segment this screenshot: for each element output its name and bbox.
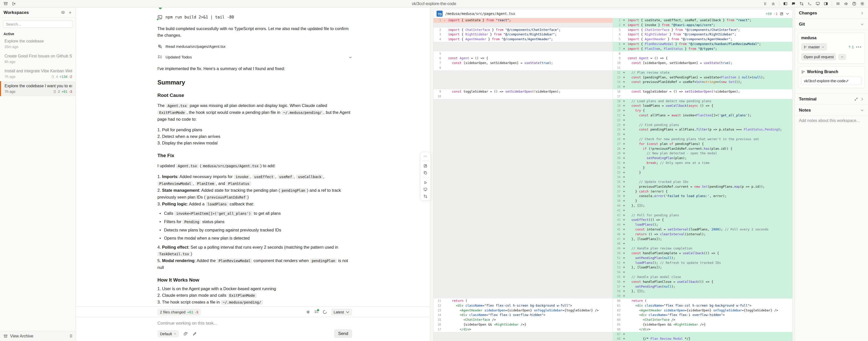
diff-line: 9 const toggleSidebar = () => setSidebar…	[433, 89, 613, 94]
git-compare-icon[interactable]	[423, 194, 427, 198]
branch-selector[interactable]: master	[801, 43, 827, 51]
pause-icon[interactable]	[763, 2, 767, 6]
diff-line: 55+ // Handle plan modal close	[613, 275, 792, 280]
list-item: 3. Polling logic: Added a loadPlans call…	[157, 200, 352, 208]
dots-icon[interactable]	[423, 154, 427, 158]
diff-line	[433, 118, 613, 123]
files-changed-chip[interactable]: 2 files changed +61 -3	[157, 309, 201, 315]
repo-more-button[interactable]: •••	[856, 45, 862, 49]
todos-dot-icon[interactable]	[314, 310, 319, 314]
diff-line: 53+ }, [loadPlans]);	[613, 265, 792, 270]
spinner-icon[interactable]	[323, 310, 327, 314]
model-selector[interactable]: Default	[157, 330, 179, 337]
plus-icon[interactable]	[68, 11, 72, 15]
diff-line: 47+ }, [loadPlans]);	[613, 237, 792, 242]
diff-line	[433, 170, 613, 175]
diff-line: 62 <AgentHeader sidebarOpen={sidebarOpen…	[613, 308, 792, 313]
inline-code: PlanItem	[195, 181, 216, 186]
notes-section-header[interactable]: Notes	[795, 105, 868, 116]
inline-code: useEffect	[252, 175, 275, 179]
git-section-header[interactable]: Git	[795, 19, 868, 30]
chevron-down-icon[interactable]	[785, 12, 789, 16]
additions-count: +61	[187, 310, 193, 314]
diff-line: 7+import { PlanItem, PlanStatus } from "…	[613, 46, 792, 51]
diff-deletions: -1	[774, 12, 778, 16]
diff-line	[433, 280, 613, 284]
workspace-item[interactable]: Create Good First Issues on Github So p6…	[0, 51, 76, 66]
workspace-item[interactable]: Explore the codebase I want you to expl7…	[0, 81, 76, 96]
pencil-icon	[845, 79, 849, 83]
diff-line	[433, 75, 613, 80]
layers-icon[interactable]	[61, 11, 65, 15]
diff-line: 5import { AgentHeader } from "@/componen…	[613, 37, 792, 42]
changes-section-header[interactable]: Changes	[795, 8, 868, 19]
slashbox-icon[interactable]	[423, 164, 427, 168]
view-archive-button[interactable]: View Archive 0	[0, 331, 76, 341]
diff-line: 11	[613, 65, 792, 70]
diff-view-toggle-icon[interactable]	[780, 12, 783, 16]
diff-body[interactable]: 1-import { useState } from "react";2impo…	[433, 18, 792, 341]
terminal-prompt-icon[interactable]	[808, 2, 812, 6]
latest-selector[interactable]: Latest	[331, 309, 352, 315]
inline-code: medusa/src/pages/Agent.tsx	[201, 164, 260, 168]
workspace-item[interactable]: Install and integrate Vibe Kanban Web G7…	[0, 66, 76, 81]
inline-code: PlanReviewModal	[157, 181, 193, 186]
numbered-list: 1. Imports: Added necessary imports for …	[157, 173, 352, 208]
chevrons-up-icon[interactable]	[771, 2, 775, 6]
list-item: Detects new plans by comparing against p…	[157, 227, 352, 233]
diff-line: 52+ loadPlans(); // Refresh to update tr…	[613, 260, 792, 266]
git-compare-icon[interactable]	[799, 2, 804, 6]
pen-icon[interactable]	[193, 331, 197, 336]
inline-code: PlanReviewModal	[217, 258, 252, 263]
send-button[interactable]: Send	[334, 329, 352, 338]
diff-line	[433, 336, 613, 341]
monitor-icon[interactable]	[816, 2, 820, 6]
list-item: Filters for Pending status plans	[157, 218, 352, 225]
gear-icon[interactable]	[860, 2, 864, 6]
tray-icon[interactable]	[4, 2, 8, 6]
pr-options-button[interactable]	[838, 54, 846, 60]
diff-line	[433, 241, 613, 246]
floating-toolbar[interactable]	[420, 152, 431, 200]
diff-line: 1-import { useState } from "react";	[433, 18, 613, 23]
menu-icon[interactable]	[836, 2, 840, 6]
copy-icon[interactable]	[423, 171, 427, 175]
diff-line: 16 const toggleSidebar = () => setSideba…	[613, 89, 792, 94]
diff-line	[433, 161, 613, 165]
chat-transcript[interactable]: npm run build 2>&1 | tail -80The build c…	[76, 8, 430, 309]
diff-line: 10	[433, 94, 613, 99]
notes-placeholder[interactable]: Add notes about this workspace...	[795, 116, 868, 125]
help-icon[interactable]	[852, 2, 856, 6]
paperclip-icon[interactable]	[183, 331, 188, 336]
panel-left-icon[interactable]	[783, 2, 787, 6]
monitor-icon[interactable]	[423, 187, 427, 191]
tool-call-label: Read medusa/src/pages/Agent.tsx	[165, 44, 225, 49]
play-icon[interactable]	[423, 181, 427, 185]
message-input[interactable]	[157, 317, 352, 327]
diff-line: 17	[613, 94, 792, 99]
tool-call-row[interactable]: npm run build 2>&1 | tail -80	[157, 15, 352, 20]
workspace-search-input[interactable]	[3, 20, 73, 28]
diff-line: 12 <div className="flex flex-col h-scree…	[433, 303, 613, 308]
open-pull-request-button[interactable]: Open pull request	[801, 53, 836, 60]
git-sidebar: Changes Git medusa master 1 ••• Open	[795, 8, 868, 341]
terminal-section-header[interactable]: Terminal	[795, 94, 868, 105]
working-branch-input[interactable]: vk/3ccf-explore-the-code	[801, 76, 862, 85]
diff-line	[433, 127, 613, 132]
chat-bubble-icon[interactable]	[791, 2, 796, 6]
list-item: Opens the modal when a new plan is detec…	[157, 235, 352, 241]
archive-icon	[4, 334, 8, 338]
tool-call-row[interactable]: Updated Todos	[157, 55, 352, 60]
workspace-item[interactable]: Explore the codebase35m ago	[0, 36, 76, 51]
tool-call-row[interactable]: Read medusa/src/pages/Agent.tsx	[157, 44, 352, 49]
diff-line: 25+	[613, 132, 792, 137]
diff-panel: TS /medusa/medusa/src/pages/Agent.tsx +5…	[430, 8, 795, 341]
workspace-meta: 7h ago4+134-2	[5, 74, 72, 79]
megaphone-icon[interactable]	[844, 2, 848, 6]
diff-line: 67+	[613, 332, 792, 337]
signout-icon[interactable]	[12, 2, 16, 6]
assistant-paragraph: I updated Agent.tsx (medusa/src/pages/Ag…	[157, 162, 352, 169]
diff-file-header[interactable]: TS /medusa/medusa/src/pages/Agent.tsx +5…	[433, 9, 792, 18]
asterisk-icon[interactable]	[306, 310, 310, 314]
panel-right-icon[interactable]	[824, 2, 828, 6]
